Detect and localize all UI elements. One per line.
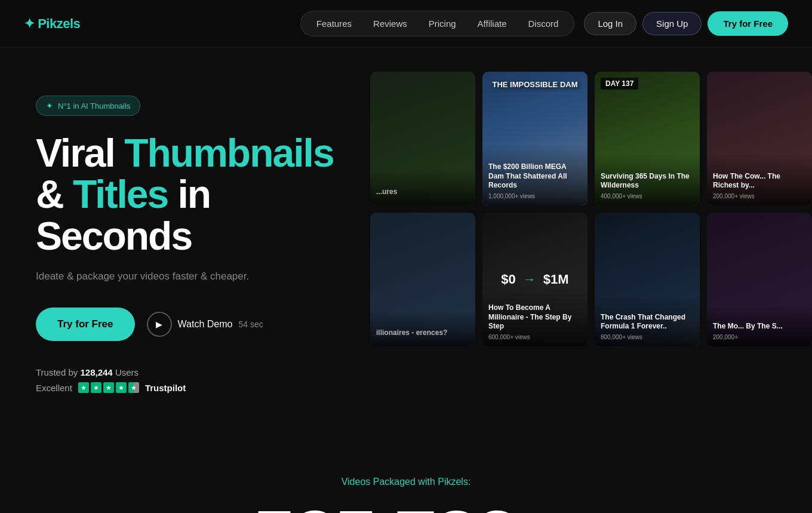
hero-title-titles: Titles — [73, 172, 168, 216]
thumb-title-5: illionaires - erences? — [376, 328, 469, 338]
trust-count: 128,244 — [80, 367, 112, 377]
thumb-title-6: How To Become A Millionaire - The Step B… — [488, 303, 582, 331]
thumbnail-card-4: How The Cow... The Richest by... 200,000… — [707, 72, 812, 205]
nav-affiliate[interactable]: Affiliate — [469, 15, 515, 32]
thumb-title-7: The Crash That Changed Formula 1 Forever… — [601, 313, 694, 331]
thumbnail-card-5: illionaires - erences? — [370, 213, 475, 346]
thumb-views-3: 400,000+ views — [601, 193, 694, 199]
hero-subtitle: Ideate & package your videos faster & ch… — [36, 269, 346, 284]
badge-text: N°1 in AI Thumbnails — [58, 102, 130, 110]
hero-badge: ✦ N°1 in AI Thumbnails — [36, 96, 140, 116]
star-rating: ★ ★ ★ ★ ★ — [78, 382, 139, 393]
thumb-overlay-2: The $200 Billion MEGA Dam That Shattered… — [482, 145, 588, 205]
try-free-nav-button[interactable]: Try for Free — [708, 11, 788, 36]
thumbnail-card-3: DAY 137 Surviving 365 Days In The Wilder… — [595, 72, 700, 205]
thumb-title-3: Surviving 365 Days In The Wilderness — [601, 172, 694, 191]
try-free-hero-button[interactable]: Try for Free — [36, 308, 135, 341]
login-button[interactable]: Log In — [584, 12, 636, 35]
nav-features[interactable]: Features — [308, 15, 360, 32]
thumb-views-7: 800,000+ views — [601, 334, 694, 340]
logo[interactable]: ✦ Pikzels — [24, 16, 80, 32]
thumb-views-2: 1,000,000+ views — [488, 193, 582, 199]
thumb-title-2: The $200 Billion MEGA Dam That Shattered… — [488, 162, 582, 191]
thumb-title-1: ...ures — [376, 188, 469, 197]
nav-actions: Log In Sign Up Try for Free — [584, 11, 788, 36]
thumb-overlay-7: The Crash That Changed Formula 1 Forever… — [595, 295, 700, 346]
trust-users: Trusted by 128,244 Users — [36, 367, 346, 377]
thumbnail-card-2: THE IMPOSSIBLE DAM The $200 Billion MEGA… — [482, 72, 588, 205]
hero-content: ✦ N°1 in AI Thumbnails Viral Thumbnails … — [36, 72, 346, 393]
thumb-views-6: 600,000+ views — [488, 334, 582, 340]
badge-icon: ✦ — [46, 101, 53, 110]
watch-demo-button[interactable]: ▶ Watch Demo 54 sec — [147, 312, 263, 337]
stats-section: Videos Packaged with Pikzels: 535,783+ S… — [0, 429, 812, 513]
trust-prefix: Trusted by — [36, 367, 80, 377]
star-3: ★ — [103, 382, 114, 393]
trust-suffix: Users — [113, 367, 139, 377]
thumb-overlay-4: How The Cow... The Richest by... 200,000… — [707, 154, 812, 205]
nav-discord[interactable]: Discord — [520, 15, 567, 32]
star-5: ★ — [128, 382, 139, 393]
thumbnail-card-7: The Crash That Changed Formula 1 Forever… — [595, 213, 700, 346]
hero-title: Viral Thumbnails & Titles in Seconds — [36, 133, 346, 257]
thumbnail-grid-container: ...ures THE IMPOSSIBLE DAM The $200 Bill… — [370, 72, 776, 370]
nav-pricing[interactable]: Pricing — [420, 15, 465, 32]
trust-section: Trusted by 128,244 Users Excellent ★ ★ ★… — [36, 367, 346, 393]
signup-button[interactable]: Sign Up — [642, 12, 702, 35]
hero-title-and: & — [36, 172, 73, 216]
hero-buttons: Try for Free ▶ Watch Demo 54 sec — [36, 308, 346, 341]
hero-section: ✦ N°1 in AI Thumbnails Viral Thumbnails … — [0, 0, 812, 429]
thumb-views-8: 200,000+ — [713, 334, 806, 340]
trustpilot-line: Excellent ★ ★ ★ ★ ★ Trustpilot — [36, 382, 346, 393]
star-1: ★ — [78, 382, 89, 393]
thumb-overlay-5: illionaires - erences? — [370, 311, 475, 346]
thumbnail-card-1: ...ures — [370, 72, 475, 205]
logo-text: Pikzels — [38, 16, 80, 31]
hero-title-viral: Viral — [36, 131, 124, 175]
thumbnail-card-6: $0 → $1M How To Become A Millionaire - T… — [482, 213, 588, 346]
stats-label: Videos Packaged with Pikzels: — [36, 477, 776, 487]
star-4: ★ — [116, 382, 127, 393]
thumbnail-grid: ...ures THE IMPOSSIBLE DAM The $200 Bill… — [370, 72, 812, 346]
thumbnail-card-8: The Mo... By The S... 200,000+ — [707, 213, 812, 346]
hero-title-thumbnails: Thumbnails — [124, 131, 333, 175]
navigation: ✦ Pikzels Features Reviews Pricing Affil… — [0, 0, 812, 48]
thumb-overlay-6: How To Become A Millionaire - The Step B… — [482, 285, 588, 346]
nav-reviews[interactable]: Reviews — [365, 15, 416, 32]
thumb-title-8: The Mo... By The S... — [713, 322, 806, 331]
thumb-overlay-8: The Mo... By The S... 200,000+ — [707, 304, 812, 346]
logo-icon: ✦ — [24, 16, 35, 31]
play-icon: ▶ — [147, 312, 172, 337]
thumb-views-4: 200,000+ views — [713, 193, 806, 199]
watch-time: 54 sec — [238, 320, 263, 329]
rating-label: Excellent — [36, 383, 72, 393]
stats-number: 535,783+ — [36, 499, 776, 513]
trustpilot-brand: Trustpilot — [145, 383, 186, 393]
thumb-title-4: How The Cow... The Richest by... — [713, 172, 806, 191]
watch-label: Watch Demo — [178, 319, 233, 330]
thumb-overlay-3: Surviving 365 Days In The Wilderness 400… — [595, 154, 700, 205]
nav-links-container: Features Reviews Pricing Affiliate Disco… — [300, 11, 575, 36]
star-2: ★ — [91, 382, 102, 393]
